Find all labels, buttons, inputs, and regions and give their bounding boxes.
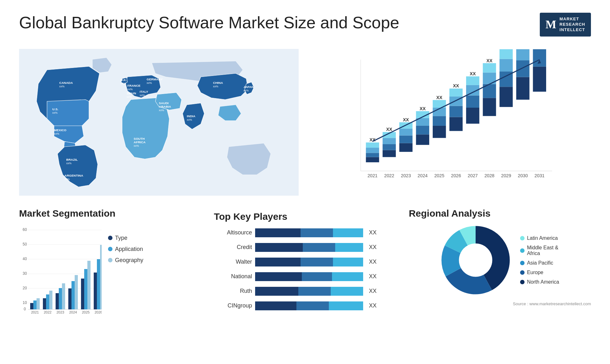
segmentation-legend: Type Application Geography [108, 235, 143, 264]
svg-text:2027: 2027 [468, 173, 478, 178]
player-value-national: XX [369, 273, 376, 280]
canada-label: CANADA [59, 81, 73, 84]
geography-legend-icon [108, 258, 112, 262]
svg-text:xx%: xx% [213, 85, 219, 88]
svg-text:xx%: xx% [54, 132, 59, 135]
bar-seg2 [303, 243, 335, 252]
svg-rect-113 [75, 275, 78, 309]
logo-container: M MARKETRESEARCHINTELLECT [540, 13, 591, 37]
svg-text:XX: XX [403, 117, 409, 122]
svg-rect-106 [46, 294, 49, 309]
page-container: Global Bankruptcy Software Market Size a… [0, 0, 610, 364]
player-name-credit: Credit [214, 244, 252, 251]
svg-text:2028: 2028 [485, 173, 495, 178]
svg-text:xx%: xx% [147, 81, 152, 84]
svg-text:2026: 2026 [451, 173, 461, 178]
svg-text:xx%: xx% [52, 111, 58, 114]
player-credit: Credit XX [214, 243, 396, 252]
svg-text:XX: XX [386, 127, 392, 132]
svg-rect-44 [433, 126, 446, 138]
svg-text:60: 60 [23, 227, 27, 232]
svg-text:2026: 2026 [95, 310, 102, 314]
svg-rect-70 [499, 59, 513, 71]
bar-seg3 [335, 243, 363, 252]
svg-text:2023: 2023 [401, 173, 411, 178]
svg-text:10: 10 [23, 300, 27, 305]
svg-rect-33 [399, 135, 413, 143]
player-name-cingroup: CINgroup [214, 302, 252, 309]
svg-rect-102 [30, 303, 33, 309]
player-value-credit: XX [369, 244, 376, 251]
player-name-national: National [214, 273, 252, 280]
svg-text:2025: 2025 [434, 173, 444, 178]
type-legend-icon [108, 236, 112, 240]
svg-text:XX: XX [486, 58, 492, 63]
legend-latin-america: Latin America [520, 235, 559, 241]
svg-rect-105 [43, 298, 46, 309]
bar-seg3 [331, 287, 363, 296]
asia-pacific-label: Asia Pacific [527, 260, 553, 266]
player-name-ruth: Ruth [214, 288, 252, 294]
application-legend-label: Application [115, 246, 143, 253]
us-label: U.S. [52, 107, 58, 111]
page-title: Global Bankruptcy Software Market Size a… [19, 13, 399, 32]
svg-text:xx%: xx% [120, 82, 126, 85]
italy-label: ITALY [140, 90, 148, 93]
svg-rect-27 [383, 144, 396, 150]
geography-legend-label: Geography [115, 257, 143, 264]
svg-text:20: 20 [23, 286, 27, 290]
player-ruth: Ruth XX [214, 287, 396, 296]
segmentation-title: Market Segmentation [19, 208, 201, 219]
svg-rect-111 [68, 288, 71, 309]
latin-america-dot [520, 236, 525, 240]
player-name-walter: Walter [214, 259, 252, 265]
logo-box: M MARKETRESEARCHINTELLECT [540, 13, 591, 37]
svg-rect-59 [466, 76, 479, 85]
svg-rect-51 [450, 106, 463, 117]
svg-rect-104 [37, 298, 40, 309]
bar-seg1 [255, 228, 301, 237]
bar-seg2 [302, 272, 332, 281]
svg-rect-50 [450, 117, 463, 131]
svg-rect-81 [533, 49, 546, 67]
svg-rect-21 [366, 153, 379, 157]
bar-seg3 [329, 301, 363, 310]
svg-text:2022: 2022 [384, 173, 394, 178]
legend-middle-east: Middle East &Africa [520, 245, 559, 256]
svg-rect-117 [94, 273, 97, 309]
europe-label: Europe [527, 270, 544, 275]
svg-text:xx%: xx% [159, 108, 164, 111]
regional-section: Regional Analysis [409, 208, 591, 319]
legend-type: Type [108, 235, 143, 241]
svg-rect-28 [383, 138, 396, 144]
world-map-section: CANADA xx% U.S. xx% MEXICO xx% BRAZIL xx… [19, 46, 299, 199]
latin-america-label: Latin America [527, 235, 558, 241]
svg-text:xx%: xx% [127, 87, 133, 91]
svg-rect-112 [71, 281, 75, 309]
svg-rect-56 [466, 108, 479, 124]
svg-text:xx%: xx% [64, 177, 70, 180]
svg-rect-57 [466, 95, 479, 107]
header: Global Bankruptcy Software Market Size a… [19, 13, 591, 37]
saudi-label: SAUDI [159, 101, 169, 104]
svg-text:2025: 2025 [82, 310, 90, 314]
bar-seg3 [333, 258, 363, 266]
player-cingroup: CINgroup XX [214, 301, 396, 310]
svg-text:XX: XX [470, 71, 476, 76]
svg-point-131 [459, 244, 492, 277]
bar-seg2 [298, 287, 331, 296]
svg-text:ARABIA: ARABIA [159, 104, 171, 108]
svg-text:2021: 2021 [368, 173, 378, 178]
svg-text:XX: XX [453, 83, 459, 88]
svg-rect-75 [516, 60, 530, 77]
svg-rect-119 [100, 245, 102, 309]
growth-chart-svg: XX 2021 XX 2022 XX 2023 [318, 49, 585, 195]
legend-europe: Europe [520, 270, 559, 275]
type-legend-label: Type [115, 235, 127, 241]
regional-donut [441, 225, 511, 295]
svg-text:2024: 2024 [69, 310, 77, 314]
europe-dot [520, 270, 525, 275]
middle-east-dot [520, 248, 525, 253]
svg-rect-26 [383, 150, 396, 157]
north-america-dot [520, 280, 525, 284]
